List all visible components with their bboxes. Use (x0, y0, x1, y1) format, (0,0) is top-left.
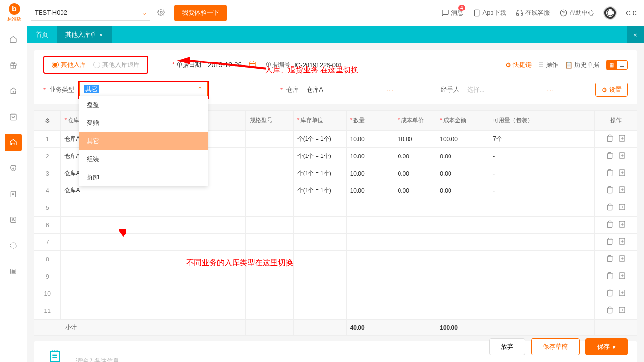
cell-spec[interactable] (245, 199, 293, 217)
cell-amount[interactable]: 100.00 (436, 131, 489, 148)
dropdown-option[interactable]: 其它 (79, 132, 208, 150)
sidebar-new-icon[interactable]: 新 (5, 263, 22, 280)
sidebar-money-icon[interactable] (5, 160, 22, 177)
delete-icon[interactable] (606, 255, 613, 264)
cell-spec[interactable] (245, 285, 293, 302)
cell-price[interactable] (394, 251, 436, 268)
table-row[interactable]: 8 (34, 251, 637, 268)
gear-icon[interactable] (157, 9, 165, 18)
cell-unit[interactable] (293, 302, 346, 320)
history-link[interactable]: 📋 历史单据 (565, 61, 599, 69)
cell-amount[interactable] (436, 285, 489, 302)
cell-unit[interactable]: 个(1个 = 1个) (293, 165, 346, 182)
cell-unit[interactable]: 个(1个 = 1个) (293, 182, 346, 199)
cell-amount[interactable]: 0.00 (436, 165, 489, 182)
cell-amount[interactable] (436, 199, 489, 217)
cell-product[interactable] (108, 268, 246, 285)
table-row[interactable]: 11 (34, 302, 637, 320)
delete-icon[interactable] (606, 306, 613, 315)
username[interactable]: C C (626, 10, 637, 17)
save-button[interactable]: 保存 ▾ (585, 338, 628, 355)
cell-warehouse[interactable] (61, 217, 108, 234)
tab-current[interactable]: 其他入库单 × (57, 26, 112, 43)
shortcut-link[interactable]: ⚙ 快捷键 (505, 61, 532, 69)
sidebar-user-icon[interactable] (5, 211, 22, 228)
cell-spec[interactable] (245, 234, 293, 251)
help-center-link[interactable]: 帮助中心 (560, 9, 594, 17)
sidebar-gift-icon[interactable] (5, 57, 22, 74)
cell-warehouse[interactable] (61, 199, 108, 217)
cell-price[interactable] (394, 302, 436, 320)
delete-icon[interactable] (606, 152, 613, 161)
cell-qty[interactable]: 10.00 (346, 182, 394, 199)
cell-price[interactable] (394, 199, 436, 217)
cell-warehouse[interactable] (61, 302, 108, 320)
add-icon[interactable] (618, 220, 626, 229)
cell-amount[interactable] (436, 234, 489, 251)
cell-warehouse[interactable] (61, 268, 108, 285)
cell-qty[interactable] (346, 268, 394, 285)
cell-warehouse[interactable] (61, 285, 108, 302)
cell-unit[interactable] (293, 251, 346, 268)
view-list-icon[interactable]: ☰ (617, 61, 627, 69)
view-grid-icon[interactable]: ▦ (606, 61, 617, 69)
cell-product[interactable] (108, 234, 246, 251)
table-row[interactable]: 5 (34, 199, 637, 217)
company-selector[interactable]: TEST-H002 ⌵ (31, 5, 150, 21)
user-avatar[interactable] (603, 6, 617, 20)
cell-product[interactable] (108, 302, 246, 320)
cell-price[interactable]: 10.00 (394, 131, 436, 148)
online-service-link[interactable]: 在线客服 (516, 9, 550, 17)
add-icon[interactable] (618, 134, 626, 144)
close-icon[interactable]: × (99, 31, 103, 39)
table-row[interactable]: 10 (34, 285, 637, 302)
cell-warehouse[interactable] (61, 251, 108, 268)
cell-unit[interactable]: 个(1个 = 1个) (293, 131, 346, 148)
cell-amount[interactable] (436, 268, 489, 285)
add-icon[interactable] (618, 289, 626, 298)
cell-price[interactable]: 0.00 (394, 148, 436, 165)
cell-price[interactable] (394, 217, 436, 234)
cell-unit[interactable] (293, 217, 346, 234)
radio-return[interactable]: 其他入库退库 (93, 61, 140, 69)
settings-button[interactable]: ⚙ 设置 (595, 83, 628, 97)
delete-icon[interactable] (606, 134, 613, 144)
cell-price[interactable] (394, 234, 436, 251)
app-download-link[interactable]: App下载 (473, 9, 506, 17)
delete-icon[interactable] (606, 220, 613, 229)
cell-amount[interactable]: 0.00 (436, 182, 489, 199)
cell-warehouse[interactable] (61, 234, 108, 251)
cell-unit[interactable] (293, 199, 346, 217)
cell-product[interactable] (108, 199, 246, 217)
cell-qty[interactable] (346, 199, 394, 217)
cell-spec[interactable] (245, 148, 293, 165)
cell-spec[interactable] (245, 217, 293, 234)
cell-spec[interactable] (245, 131, 293, 148)
gear-column-header[interactable]: ⚙ (34, 111, 61, 131)
cell-unit[interactable] (293, 268, 346, 285)
cell-qty[interactable] (346, 217, 394, 234)
cell-qty[interactable] (346, 302, 394, 320)
dropdown-option[interactable]: 拆卸 (79, 168, 208, 186)
cell-product[interactable] (108, 217, 246, 234)
dropdown-option[interactable]: 组装 (79, 150, 208, 168)
sidebar-house-icon[interactable] (5, 83, 22, 100)
dropdown-option[interactable]: 受赠 (79, 114, 208, 132)
sidebar-bag-icon[interactable] (5, 108, 22, 125)
sidebar-warehouse-icon[interactable] (5, 134, 22, 151)
discard-button[interactable]: 放弃 (489, 338, 525, 355)
sidebar-home-icon[interactable] (5, 31, 22, 48)
cell-amount[interactable] (436, 302, 489, 320)
cell-amount[interactable]: 0.00 (436, 148, 489, 165)
cell-price[interactable] (394, 268, 436, 285)
add-icon[interactable] (618, 169, 626, 178)
cell-unit[interactable]: 个(1个 = 1个) (293, 148, 346, 165)
add-icon[interactable] (618, 306, 626, 315)
add-icon[interactable] (618, 186, 626, 195)
experience-button[interactable]: 我要体验一下 (174, 5, 227, 21)
cell-qty[interactable]: 10.00 (346, 165, 394, 182)
cell-spec[interactable] (245, 165, 293, 182)
cell-product[interactable] (108, 285, 246, 302)
delete-icon[interactable] (606, 186, 613, 195)
cell-qty[interactable]: 10.00 (346, 131, 394, 148)
